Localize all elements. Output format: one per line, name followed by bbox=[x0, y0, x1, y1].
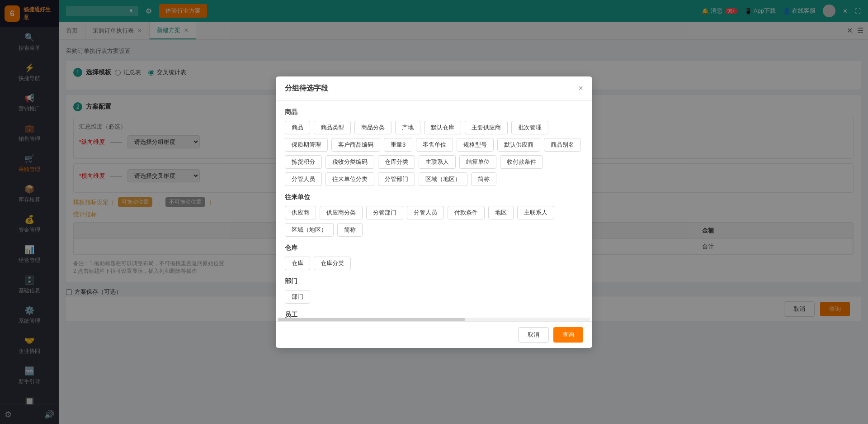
modal-footer: 取消 查询 bbox=[276, 321, 592, 348]
field-tag-goods-alias[interactable]: 商品别名 bbox=[544, 138, 581, 152]
modal-cancel-btn[interactable]: 取消 bbox=[518, 327, 549, 343]
field-tag-payment-condition[interactable]: 付款条件 bbox=[448, 206, 485, 219]
field-group-partner: 往来单位 供应商 供应商分类 分管部门 分管人员 付款条件 地区 主联系人 区域… bbox=[285, 193, 583, 237]
field-tag-abbr[interactable]: 简称 bbox=[471, 172, 496, 186]
field-tag-settlement-unit[interactable]: 结算单位 bbox=[459, 155, 496, 169]
field-tags-partner: 供应商 供应商分类 分管部门 分管人员 付款条件 地区 主联系人 区域（地区） … bbox=[285, 206, 583, 237]
modal-hscroll-track bbox=[278, 318, 590, 321]
field-tag-partner-contact[interactable]: 主联系人 bbox=[517, 206, 554, 219]
field-tag-pick-score[interactable]: 拣货积分 bbox=[285, 155, 322, 169]
field-tag-region[interactable]: 区域（地区） bbox=[419, 172, 467, 186]
field-tag-warehouse[interactable]: 仓库 bbox=[285, 257, 310, 270]
field-tag-partner-abbr[interactable]: 简称 bbox=[337, 223, 363, 237]
field-tag-warehouse-category[interactable]: 仓库分类 bbox=[378, 155, 415, 169]
field-tag-warehouse-cat[interactable]: 仓库分类 bbox=[314, 257, 351, 270]
field-group-employee: 员工 业务员 bbox=[285, 311, 583, 318]
field-group-partner-title: 往来单位 bbox=[285, 193, 583, 201]
field-tag-dept[interactable]: 分管部门 bbox=[378, 172, 415, 186]
field-group-department-title: 部门 bbox=[285, 277, 583, 286]
field-tag-goods-category[interactable]: 商品分类 bbox=[354, 121, 392, 134]
field-tag-spec-model[interactable]: 规格型号 bbox=[457, 138, 494, 152]
field-group-department: 部门 部门 bbox=[285, 277, 583, 304]
field-tag-retail-unit[interactable]: 零售单位 bbox=[416, 138, 453, 152]
field-tag-department[interactable]: 部门 bbox=[285, 290, 310, 304]
field-group-warehouse: 仓库 仓库 仓库分类 bbox=[285, 244, 583, 270]
field-tag-supplier[interactable]: 供应商 bbox=[285, 206, 316, 219]
modal-title: 分组待选字段 bbox=[285, 84, 328, 93]
modal-header: 分组待选字段 × bbox=[276, 76, 592, 101]
field-tag-customer-code[interactable]: 客户商品编码 bbox=[331, 138, 380, 152]
modal-confirm-btn[interactable]: 查询 bbox=[553, 327, 583, 343]
field-tag-area[interactable]: 地区 bbox=[488, 206, 514, 219]
field-tag-default-supplier[interactable]: 默认供应商 bbox=[497, 138, 540, 152]
field-group-goods: 商品 商品 商品类型 商品分类 产地 默认仓库 主要供应商 批次管理 保质期管理… bbox=[285, 108, 583, 186]
field-group-employee-title: 员工 bbox=[285, 311, 583, 318]
field-tag-weight3[interactable]: 重量3 bbox=[384, 138, 412, 152]
field-tags-goods: 商品 商品类型 商品分类 产地 默认仓库 主要供应商 批次管理 保质期管理 客户… bbox=[285, 121, 583, 186]
modal-hscroll[interactable] bbox=[276, 318, 592, 321]
field-tags-department: 部门 bbox=[285, 290, 583, 304]
field-tag-expiry-mgmt[interactable]: 保质期管理 bbox=[285, 138, 328, 152]
field-tag-partner-category[interactable]: 往来单位分类 bbox=[326, 172, 374, 186]
field-group-warehouse-title: 仓库 bbox=[285, 244, 583, 252]
field-tag-partner-region[interactable]: 区域（地区） bbox=[285, 223, 334, 237]
field-tag-partner-person[interactable]: 分管人员 bbox=[407, 206, 444, 219]
field-select-modal: 分组待选字段 × 商品 商品 商品类型 商品分类 产地 默认仓库 主要供应商 批… bbox=[276, 76, 592, 348]
modal-body: 商品 商品 商品类型 商品分类 产地 默认仓库 主要供应商 批次管理 保质期管理… bbox=[276, 101, 592, 318]
modal-close-btn[interactable]: × bbox=[578, 84, 583, 93]
field-tag-supplier-category[interactable]: 供应商分类 bbox=[320, 206, 363, 219]
modal-hscroll-thumb bbox=[278, 318, 465, 321]
field-tag-batch-mgmt[interactable]: 批次管理 bbox=[511, 121, 548, 134]
field-tag-tax-code[interactable]: 税收分类编码 bbox=[326, 155, 374, 169]
field-tag-main-supplier[interactable]: 主要供应商 bbox=[465, 121, 508, 134]
field-tag-supervisor[interactable]: 分管人员 bbox=[285, 172, 322, 186]
field-tag-default-warehouse[interactable]: 默认仓库 bbox=[424, 121, 461, 134]
field-tag-main-contact[interactable]: 主联系人 bbox=[419, 155, 456, 169]
field-tag-goods-type[interactable]: 商品类型 bbox=[314, 121, 351, 134]
field-tag-payment-terms[interactable]: 收付款条件 bbox=[500, 155, 543, 169]
modal-overlay[interactable]: 分组待选字段 × 商品 商品 商品类型 商品分类 产地 默认仓库 主要供应商 批… bbox=[0, 0, 868, 424]
field-tags-warehouse: 仓库 仓库分类 bbox=[285, 257, 583, 270]
field-tag-partner-dept[interactable]: 分管部门 bbox=[366, 206, 403, 219]
field-tag-origin[interactable]: 产地 bbox=[395, 121, 420, 134]
field-group-goods-title: 商品 bbox=[285, 108, 583, 116]
field-tag-goods[interactable]: 商品 bbox=[285, 121, 310, 134]
